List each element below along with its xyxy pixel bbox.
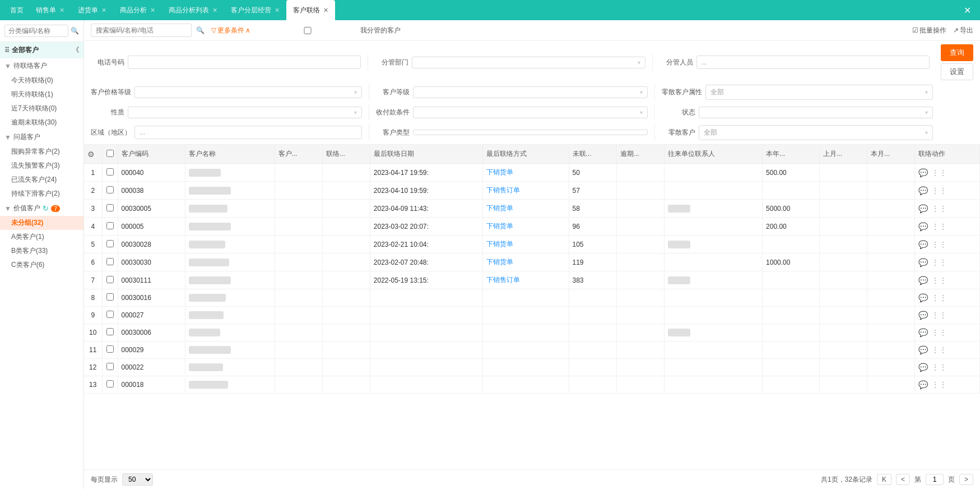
last-method-link[interactable]: 下销售订单 [486,276,520,284]
row-checkbox[interactable] [106,168,114,176]
row-check[interactable] [102,324,118,342]
query-button[interactable]: 查询 [941,44,973,61]
filter-ctype-select[interactable] [413,130,647,135]
row-check[interactable] [102,307,118,324]
menu-icon[interactable]: ⋮⋮ [931,363,947,372]
filter-dept-select[interactable]: ▾ [412,57,645,68]
menu-icon[interactable]: ⋮⋮ [931,240,947,249]
chat-icon[interactable]: 💬 [918,168,928,177]
menu-icon[interactable]: ⋮⋮ [931,168,947,177]
my-customers-checkbox-area[interactable]: 我分管的客户 [257,26,401,35]
tab-purchase[interactable]: 进货单 ✕ [71,0,113,20]
filter-price-tier-select[interactable]: ▾ [134,86,362,98]
my-customers-checkbox[interactable] [257,27,358,34]
menu-icon[interactable]: ⋮⋮ [931,293,947,302]
row-check[interactable] [102,342,118,359]
chat-icon[interactable]: 💬 [918,186,928,195]
filter-payment-select[interactable]: ▾ [413,107,647,118]
more-conditions-btn[interactable]: ▽ 更多条件 ∧ [211,26,250,35]
filter-phone-input[interactable] [128,56,361,69]
row-checkbox[interactable] [106,240,114,247]
next-page-btn[interactable]: > [959,474,973,485]
sidebar-search-icon[interactable]: 🔍 [71,27,79,35]
page-size-select[interactable]: 50 100 200 [122,473,153,486]
chat-icon[interactable]: 💬 [918,363,928,372]
chat-icon[interactable]: 💬 [918,293,928,302]
row-checkbox[interactable] [106,345,114,353]
tab-sales[interactable]: 销售单 ✕ [29,0,71,20]
sidebar-group-value[interactable]: ▼ 价值客户 ↻ 7 [0,201,83,216]
row-checkbox[interactable] [106,276,114,283]
search-input[interactable] [91,24,192,37]
menu-icon[interactable]: ⋮⋮ [931,380,947,389]
select-all-checkbox[interactable] [106,150,114,157]
tab-product-list-close[interactable]: ✕ [212,7,217,14]
tab-customer-contact-close[interactable]: ✕ [323,7,328,14]
menu-icon[interactable]: ⋮⋮ [931,258,947,267]
row-checkbox[interactable] [106,293,114,301]
last-method-link[interactable]: 下销售订单 [486,186,520,194]
row-check[interactable] [102,182,118,200]
row-check[interactable] [102,289,118,307]
tab-home[interactable]: 首页 [4,0,29,20]
sidebar-group-problem[interactable]: ▼ 问题客户 [0,130,83,145]
sidebar-item-ungrouped[interactable]: 未分组(32) [0,216,83,230]
tab-customer-tier[interactable]: 客户分层经营 ✕ [224,0,286,20]
row-checkbox[interactable] [106,258,114,265]
menu-icon[interactable]: ⋮⋮ [931,222,947,231]
chat-icon[interactable]: 💬 [918,222,928,231]
filter-scatter-attr-select[interactable]: 全部 ▾ [705,85,933,100]
page-input[interactable] [926,474,944,485]
tab-product-list[interactable]: 商品分析列表 ✕ [162,0,224,20]
chat-icon[interactable]: 💬 [918,204,928,213]
chat-icon[interactable]: 💬 [918,345,928,354]
row-checkbox[interactable] [106,328,114,335]
menu-icon[interactable]: ⋮⋮ [931,186,947,195]
row-checkbox[interactable] [106,311,114,318]
refresh-icon[interactable]: ↻ [43,204,49,213]
row-checkbox[interactable] [106,380,114,387]
menu-icon[interactable]: ⋮⋮ [931,311,947,320]
close-window-button[interactable]: ✕ [959,5,976,16]
prev-page-btn[interactable]: < [896,474,910,485]
row-checkbox[interactable] [106,222,114,229]
sidebar-search-input[interactable] [4,25,68,37]
menu-icon[interactable]: ⋮⋮ [931,345,947,354]
tab-product-analysis-close[interactable]: ✕ [150,7,155,14]
sidebar-item-class-b[interactable]: B类客户(33) [0,244,83,258]
chat-icon[interactable]: 💬 [918,311,928,320]
chat-icon[interactable]: 💬 [918,276,928,285]
export-btn[interactable]: ↗ 导出 [953,26,973,35]
row-check[interactable] [102,271,118,289]
tab-purchase-close[interactable]: ✕ [101,7,106,14]
last-method-link[interactable]: 下销货单 [486,258,513,266]
sidebar-item-declining[interactable]: 持续下滑客户(2) [0,187,83,201]
last-method-link[interactable]: 下销货单 [486,204,513,212]
sidebar-item-churned[interactable]: 已流失客户(24) [0,173,83,187]
chat-icon[interactable]: 💬 [918,328,928,337]
batch-ops-btn[interactable]: ☑ 批量操作 [912,26,946,35]
sidebar-item-class-a[interactable]: A类客户(1) [0,230,83,244]
sidebar-item-churn-warning[interactable]: 流失预警客户(3) [0,159,83,173]
last-method-link[interactable]: 下销货单 [486,222,513,230]
row-checkbox[interactable] [106,204,114,211]
menu-icon[interactable]: ⋮⋮ [931,276,947,285]
tab-sales-close[interactable]: ✕ [59,7,64,14]
reset-button[interactable]: 设置 [941,63,973,80]
sidebar-item-abnormal[interactable]: 囤购异常客户(2) [0,145,83,159]
tab-customer-contact[interactable]: 客户联络 ✕ [286,0,335,20]
row-check[interactable] [102,200,118,218]
row-check[interactable] [102,164,118,182]
filter-nature-select[interactable]: ▾ [128,107,362,118]
sidebar-item-today[interactable]: 今天待联络(0) [0,73,83,87]
sidebar-item-class-c[interactable]: C类客户(6) [0,258,83,272]
sidebar-item-overdue[interactable]: 逾期未联络(30) [0,116,83,130]
settings-icon[interactable]: ⚙ [87,150,95,159]
tab-product-analysis[interactable]: 商品分析 ✕ [113,0,162,20]
chat-icon[interactable]: 💬 [918,240,928,249]
row-check[interactable] [102,376,118,394]
filter-region-select[interactable]: ... [134,126,362,139]
filter-status-select[interactable]: ▾ [699,107,933,118]
menu-icon[interactable]: ⋮⋮ [931,328,947,337]
tab-customer-tier-close[interactable]: ✕ [275,7,280,14]
